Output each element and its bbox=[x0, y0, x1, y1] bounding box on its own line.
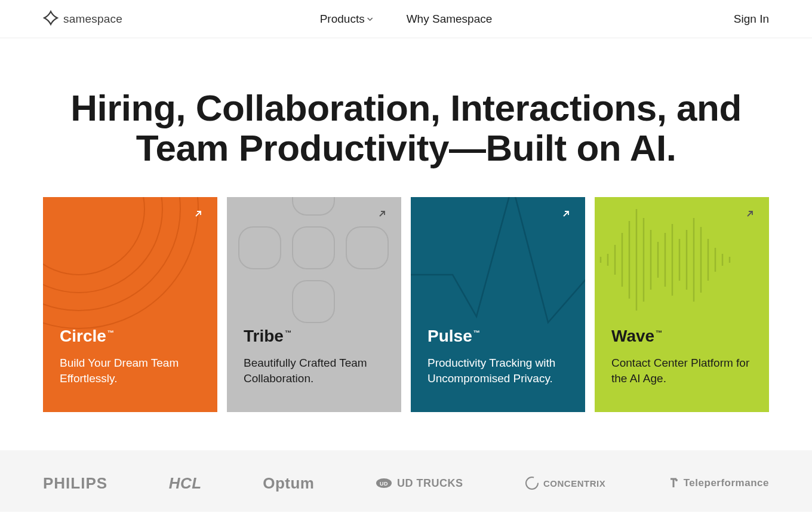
card-desc: Productivity Tracking with Uncompromised… bbox=[427, 355, 568, 387]
card-tribe[interactable]: Tribe ™ Beautifully Crafted Team Collabo… bbox=[227, 197, 401, 412]
signin-label: Sign In bbox=[734, 13, 769, 25]
svg-rect-5 bbox=[293, 227, 334, 269]
logo-ud-trucks: UD UD TRUCKS bbox=[376, 477, 463, 490]
svg-rect-4 bbox=[293, 197, 334, 215]
card-desc: Build Your Dream Team Effortlessly. bbox=[60, 355, 201, 387]
card-wave[interactable]: Wave ™ Contact Center Platform for the A… bbox=[595, 197, 769, 412]
arrow-up-right-icon bbox=[561, 209, 571, 219]
svg-point-30 bbox=[526, 477, 538, 489]
card-title: Wave ™ bbox=[611, 327, 752, 346]
svg-point-3 bbox=[43, 197, 198, 328]
nav-why-samespace[interactable]: Why Samespace bbox=[407, 13, 493, 26]
svg-point-2 bbox=[43, 197, 180, 311]
svg-rect-8 bbox=[293, 281, 334, 322]
logo-concentrix: CONCENTRIX bbox=[524, 475, 605, 491]
chevron-down-icon bbox=[367, 16, 373, 22]
card-title-text: Wave bbox=[611, 327, 654, 346]
brand-name: samespace bbox=[63, 13, 122, 26]
header: samespace Products Why Samespace Sign In bbox=[0, 0, 812, 38]
svg-point-31 bbox=[675, 479, 678, 481]
trademark: ™ bbox=[656, 329, 662, 336]
logo-ud-text: UD TRUCKS bbox=[397, 477, 463, 490]
card-desc: Contact Center Platform for the AI Age. bbox=[611, 355, 752, 387]
hero-headline: Hiring, Collaboration, Interactions, and… bbox=[43, 88, 769, 168]
logo-teleperformance: Teleperformance bbox=[667, 477, 769, 490]
trademark: ™ bbox=[473, 329, 480, 336]
logo-tp-text: Teleperformance bbox=[684, 477, 769, 489]
trademark: ™ bbox=[285, 329, 291, 336]
svg-text:UD: UD bbox=[380, 481, 388, 487]
brand-logo[interactable]: samespace bbox=[43, 10, 122, 28]
arrow-up-right-icon bbox=[745, 209, 755, 219]
arrow-up-right-icon bbox=[377, 209, 387, 219]
svg-point-1 bbox=[43, 197, 162, 293]
nav-products[interactable]: Products bbox=[320, 13, 373, 26]
card-title: Pulse ™ bbox=[427, 327, 568, 346]
nav-products-label: Products bbox=[320, 13, 365, 26]
main-nav: Products Why Samespace bbox=[320, 13, 493, 26]
trademark: ™ bbox=[107, 329, 114, 336]
nav-why-label: Why Samespace bbox=[407, 13, 493, 26]
svg-rect-6 bbox=[239, 227, 281, 269]
card-title-text: Tribe bbox=[244, 327, 284, 346]
arrow-up-right-icon bbox=[193, 209, 203, 219]
card-desc: Beautifully Crafted Team Collaboration. bbox=[244, 355, 385, 387]
card-title: Circle ™ bbox=[60, 327, 201, 346]
svg-rect-7 bbox=[346, 227, 388, 269]
logo-philips: PHILIPS bbox=[43, 474, 107, 493]
signin-link[interactable]: Sign In bbox=[734, 13, 769, 26]
card-title: Tribe ™ bbox=[244, 327, 385, 346]
product-cards: Circle ™ Build Your Dream Team Effortles… bbox=[0, 197, 812, 412]
hero: Hiring, Collaboration, Interactions, and… bbox=[0, 38, 812, 197]
card-circle[interactable]: Circle ™ Build Your Dream Team Effortles… bbox=[43, 197, 217, 412]
card-title-text: Pulse bbox=[427, 327, 472, 346]
card-pulse[interactable]: Pulse ™ Productivity Tracking with Uncom… bbox=[411, 197, 585, 412]
svg-point-0 bbox=[43, 197, 144, 275]
logo-hcl: HCL bbox=[169, 474, 202, 493]
customer-logos: PHILIPS HCL Optum UD UD TRUCKS CONCENTRI… bbox=[0, 450, 812, 512]
card-title-text: Circle bbox=[60, 327, 106, 346]
logo-icon bbox=[43, 10, 59, 28]
logo-concentrix-text: CONCENTRIX bbox=[543, 478, 605, 489]
logo-optum: Optum bbox=[263, 474, 314, 493]
